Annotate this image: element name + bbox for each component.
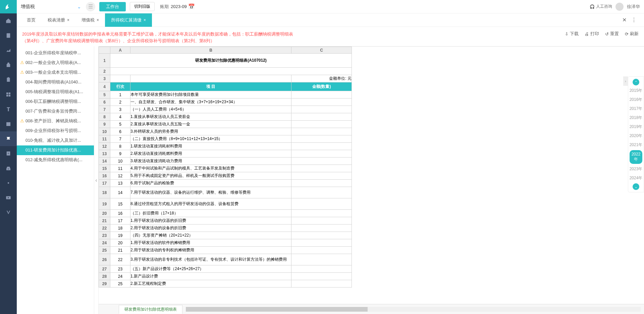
tree-item[interactable]: 011-研发费用加计扣除优惠... [17,145,94,155]
tree-collapse-handle[interactable]: ‹ [94,46,99,314]
col-header[interactable]: C [291,47,352,54]
year-option[interactable]: 2020年 [628,131,644,140]
sheet-tab[interactable]: 研发费用加计扣除优惠明细表 [119,305,182,314]
download-button[interactable]: ⇩下载 [565,31,579,37]
amount-cell[interactable] [291,187,352,198]
amount-cell[interactable] [291,217,352,225]
year-option[interactable]: 2016年 [628,95,644,104]
year-option[interactable]: 2023年 [628,165,644,174]
amount-cell[interactable] [291,225,352,232]
close-icon[interactable]: × [97,18,99,22]
nav-calendar[interactable] [0,117,17,131]
spreadsheet[interactable]: ABC1研发费用加计扣除优惠明细表(A107012)23金额单位: 元4行次项 … [99,47,644,304]
nav-export[interactable] [0,146,17,161]
tree-item[interactable]: 001-企业所得税年度纳税申... [17,48,94,58]
row-number: 7 [110,135,130,143]
amount-cell[interactable] [291,247,352,254]
amount-cell[interactable] [291,113,352,121]
help-button[interactable]: 🎧人工咨询 [590,4,612,9]
year-down-icon[interactable]: ⌄ [633,183,639,190]
amount-cell[interactable] [291,198,352,210]
close-icon[interactable]: × [67,18,69,22]
nav-bag[interactable] [0,58,17,72]
tree-item[interactable]: 007-广告费和业务宣传费跨... [17,107,94,116]
year-up-icon[interactable]: ⌃ [633,79,639,85]
nav-font[interactable] [0,102,17,117]
year-option[interactable]: 2018年 [628,113,644,122]
reset-button[interactable]: ↺重置 [605,31,619,37]
year-option[interactable]: 2021年 [628,140,644,149]
amount-cell[interactable] [291,172,352,180]
tree-item[interactable]: 004-期间费用明细表(A1040... [17,77,94,87]
tab-所得税汇算清缴[interactable]: 所得税汇算清缴× [105,13,152,27]
row-item: 2.新工艺规程制定费 [130,280,291,288]
warning-icon: ⚠ [20,118,24,123]
amount-cell[interactable] [291,210,352,217]
nav-clipboard[interactable] [0,72,17,87]
calendar-icon[interactable]: 📅 [188,3,195,10]
menu-icon[interactable]: ☰ [86,2,95,11]
tree-item[interactable]: ⚠008-资产折旧、摊销及纳税... [17,116,94,126]
workbench-button[interactable]: 工作台 [99,2,126,11]
year-option[interactable]: 2017年 [628,104,644,113]
amount-cell[interactable] [291,232,352,239]
tab-税表清册[interactable]: 税表清册× [42,13,75,27]
nav-tax[interactable] [0,131,17,146]
amount-cell[interactable] [291,135,352,143]
nav-video[interactable] [0,190,17,205]
more-menu-icon[interactable]: ⋮ [631,17,637,23]
amount-cell[interactable] [291,143,352,150]
warning-icon: ⚠ [20,60,24,65]
col-header[interactable]: A [110,47,130,54]
amount-cell[interactable] [291,150,352,158]
nav-v[interactable] [0,205,17,220]
year-option[interactable]: 2019年 [628,122,644,131]
tree-item[interactable]: ⚠002-一般企业收入明细表(A... [17,58,94,68]
year-option[interactable]: 2024年 [628,174,644,183]
print-button[interactable]: 🖨打印 [585,31,599,37]
amount-cell[interactable] [291,254,352,265]
col-header[interactable]: B [130,47,291,54]
year-option[interactable]: 2022年 [630,150,642,164]
nav-grid[interactable] [0,87,17,102]
nav-chart[interactable] [0,43,17,58]
close-icon[interactable]: × [144,18,146,22]
right-panel-expand[interactable]: › [623,76,628,86]
row-number: 10 [110,158,130,165]
tree-item[interactable]: 005-纳税调整项目明细表(A1... [17,87,94,97]
close-all-icon[interactable]: ✕ [622,17,627,23]
avatar[interactable] [615,3,624,11]
tab-首页[interactable]: 首页 [21,13,42,27]
amount-cell[interactable] [291,273,352,280]
nav-settings[interactable] [0,176,17,190]
amount-cell[interactable] [291,128,352,135]
nav-inbox[interactable] [0,161,17,176]
svg-rect-0 [7,33,10,38]
switch-old-button[interactable]: 切到旧版 [130,2,155,11]
amount-cell[interactable] [291,180,352,187]
tab-增值税[interactable]: 增值税× [75,13,105,27]
tree-item[interactable]: 006-职工薪酬纳税调整明细... [17,97,94,107]
refresh-button[interactable]: ⟳刷新 [625,31,639,37]
nav-home[interactable] [0,13,17,28]
amount-cell[interactable] [291,265,352,273]
amount-cell[interactable] [291,158,352,165]
module-selector[interactable]: 增值税 ⌄ [21,4,81,10]
tree-item[interactable]: 009-企业所得税弥补亏损明... [17,126,94,136]
amount-cell[interactable] [291,99,352,106]
tree-item[interactable]: 010-免税、减计收入及加计... [17,136,94,145]
amount-cell[interactable] [291,239,352,247]
row-number: 15 [110,198,130,210]
amount-cell[interactable] [291,165,352,172]
tree-item[interactable]: ⚠003-一般企业成本支出明细... [17,68,94,77]
amount-cell[interactable] [291,121,352,128]
row-item: 3.用于研发活动的非专利技术（包括许可证、专有技术、设计和计算方法等）的摊销费用 [130,254,291,265]
nav-doc1[interactable] [0,28,17,43]
amount-cell[interactable] [291,280,352,288]
tree-item[interactable]: 012-减免所得税优惠明细表(... [17,155,94,165]
amount-cell[interactable] [291,91,352,99]
horizontal-scrollbar[interactable] [186,307,641,312]
amount-cell[interactable] [291,106,352,113]
year-option[interactable]: 2015年 [628,86,644,95]
period-value[interactable]: 2023-09 [171,4,187,9]
